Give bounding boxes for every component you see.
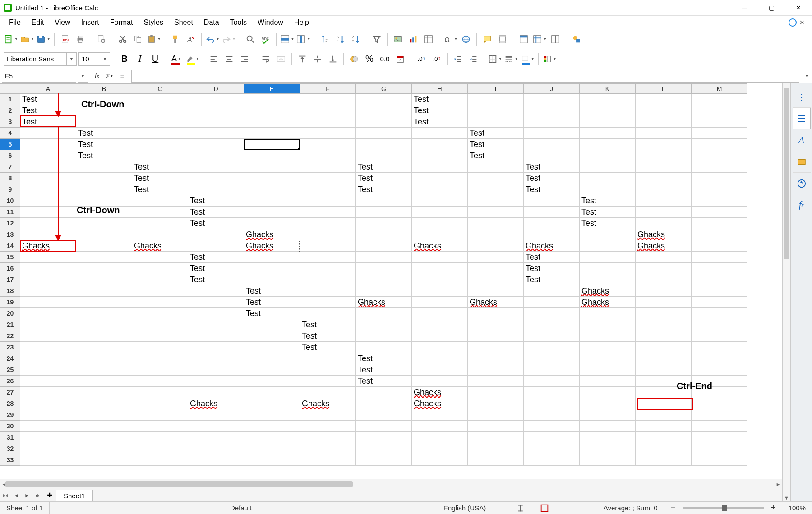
insert-image-button[interactable] [391,32,405,46]
row-header-5[interactable]: 5 [0,139,20,150]
cell-B8[interactable] [76,173,132,184]
split-window-button[interactable] [549,32,562,46]
cell-A14[interactable]: Ghacks [20,240,76,252]
align-center-button[interactable] [222,52,236,66]
cell-D5[interactable] [188,139,244,150]
cell-A25[interactable] [20,364,76,376]
cell-I8[interactable] [468,173,524,184]
cell-K33[interactable] [580,454,636,466]
col-header-H[interactable]: H [412,84,468,94]
row-header-15[interactable]: 15 [0,252,20,263]
cell-K18[interactable]: Ghacks [580,285,636,297]
currency-button[interactable] [347,52,361,66]
cell-H33[interactable] [412,454,468,466]
row-header-30[interactable]: 30 [0,421,20,432]
cell-H13[interactable] [412,229,468,240]
cell-C3[interactable] [132,116,188,128]
cell-A16[interactable] [20,263,76,274]
cell-K31[interactable] [580,432,636,443]
cell-I11[interactable] [468,207,524,218]
cell-E19[interactable]: Test [244,297,300,308]
cell-G21[interactable] [356,319,412,330]
remove-decimal-button[interactable]: .00 [430,52,443,66]
menu-insert[interactable]: Insert [76,17,105,28]
cell-J11[interactable] [524,207,580,218]
cell-C5[interactable] [132,139,188,150]
cell-G3[interactable] [356,116,412,128]
cell-L1[interactable] [636,94,692,105]
cell-B16[interactable] [76,263,132,274]
cell-D20[interactable] [188,308,244,319]
cell-H23[interactable] [412,342,468,353]
hscroll-thumb[interactable] [5,481,353,487]
sidebar-functions-icon[interactable]: fx [793,194,811,216]
cell-I29[interactable] [468,409,524,421]
minimize-button[interactable]: ─ [731,0,758,16]
cell-M5[interactable] [692,139,747,150]
cell-C16[interactable] [132,263,188,274]
cell-F13[interactable] [300,229,356,240]
cell-J18[interactable] [524,285,580,297]
cell-B20[interactable] [76,308,132,319]
cell-K13[interactable] [580,229,636,240]
cell-C30[interactable] [132,421,188,432]
cell-B4[interactable]: Test [76,128,132,139]
cell-A7[interactable] [20,161,76,173]
cell-J3[interactable] [524,116,580,128]
cell-K11[interactable]: Test [580,207,636,218]
cell-B33[interactable] [76,454,132,466]
cell-M31[interactable] [692,432,747,443]
cell-C18[interactable] [132,285,188,297]
cell-I18[interactable] [468,285,524,297]
cell-I21[interactable] [468,319,524,330]
cell-I23[interactable] [468,342,524,353]
tab-prev-button[interactable]: ◄ [11,490,22,501]
cell-J19[interactable] [524,297,580,308]
row-header-14[interactable]: 14 [0,240,20,252]
cell-L14[interactable]: Ghacks [636,240,692,252]
cell-A8[interactable] [20,173,76,184]
cell-I7[interactable] [468,161,524,173]
copy-button[interactable] [131,32,145,46]
cell-M4[interactable] [692,128,747,139]
conditional-format-button[interactable]: ▼ [542,52,557,66]
row-header-27[interactable]: 27 [0,387,20,398]
font-name-dropdown[interactable]: ▼ [67,52,77,66]
cell-J16[interactable]: Test [524,263,580,274]
cell-L8[interactable] [636,173,692,184]
cell-C33[interactable] [132,454,188,466]
cell-B18[interactable] [76,285,132,297]
cell-L2[interactable] [636,105,692,116]
col-header-J[interactable]: J [524,84,580,94]
increase-indent-button[interactable] [451,52,465,66]
cell-B5[interactable]: Test [76,139,132,150]
decrease-indent-button[interactable] [466,52,480,66]
font-size-input[interactable] [78,52,100,66]
cell-D16[interactable]: Test [188,263,244,274]
cell-M29[interactable] [692,409,747,421]
cell-B10[interactable] [76,195,132,207]
cell-D26[interactable] [188,376,244,387]
autofilter-button[interactable] [370,32,383,46]
cell-F27[interactable] [300,387,356,398]
cell-M21[interactable] [692,319,747,330]
cell-A3[interactable]: Test [20,116,76,128]
cell-K20[interactable] [580,308,636,319]
cell-H18[interactable] [412,285,468,297]
cell-I1[interactable] [468,94,524,105]
cell-D29[interactable] [188,409,244,421]
cell-B9[interactable] [76,184,132,195]
cell-J29[interactable] [524,409,580,421]
row-header-23[interactable]: 23 [0,342,20,353]
cell-C20[interactable] [132,308,188,319]
align-left-button[interactable] [207,52,221,66]
cell-E26[interactable] [244,376,300,387]
cell-L11[interactable] [636,207,692,218]
cell-D17[interactable]: Test [188,274,244,285]
cell-B26[interactable] [76,376,132,387]
cell-L9[interactable] [636,184,692,195]
cell-G26[interactable]: Test [356,376,412,387]
col-header-K[interactable]: K [580,84,636,94]
close-notification-icon[interactable]: ✕ [799,19,805,26]
cell-H14[interactable]: Ghacks [412,240,468,252]
